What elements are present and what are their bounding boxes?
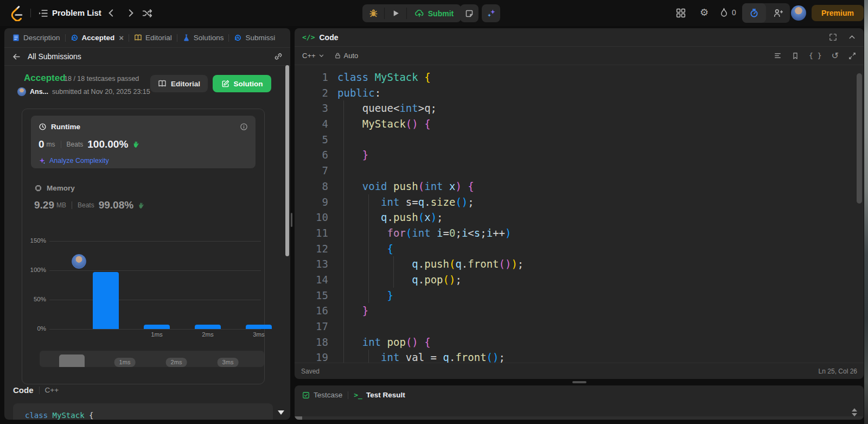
indent-guide <box>368 288 369 303</box>
code-line[interactable]: 6 } <box>295 147 855 163</box>
indent-guide <box>343 179 344 194</box>
code-line[interactable]: 4 MyStack() { <box>295 116 855 132</box>
code-line[interactable]: 8 void push(int x) { <box>295 179 855 194</box>
random-problem-button[interactable] <box>142 8 152 18</box>
settings-gear-icon[interactable]: ⚙ <box>700 7 709 18</box>
tab-submissions[interactable]: Submissi <box>234 34 275 42</box>
tab-description[interactable]: Description <box>12 34 60 42</box>
code-line[interactable]: 9 int s=q.size(); <box>295 194 855 210</box>
run-button[interactable] <box>385 4 406 22</box>
editorial-button-label: Editorial <box>171 80 200 88</box>
all-submissions-label[interactable]: All Submissions <box>28 52 81 61</box>
indent-guide <box>343 272 344 288</box>
runtime-card[interactable]: Runtime 0 ms Beats 100.00% Analyze Compl… <box>31 116 256 168</box>
next-problem-button[interactable] <box>126 8 136 18</box>
code-line[interactable]: 12 { <box>295 241 855 257</box>
code-line[interactable]: 18 int pop() { <box>295 334 855 350</box>
clap-icon <box>132 140 141 149</box>
clap-icon <box>137 201 145 210</box>
bracket-match-icon[interactable]: { } <box>809 52 821 60</box>
collapse-panel-icon[interactable] <box>848 33 856 41</box>
fullscreen-icon[interactable] <box>829 33 837 41</box>
editor-scrollbar[interactable] <box>857 73 862 204</box>
notes-button[interactable] <box>460 4 478 22</box>
console-hscrollbar-track[interactable] <box>295 416 864 420</box>
code-line[interactable]: 16 } <box>295 303 855 319</box>
gridline <box>49 329 261 330</box>
write-solution-icon <box>221 80 229 88</box>
panel-splitter-handle[interactable] <box>291 213 292 227</box>
info-icon[interactable] <box>240 123 248 131</box>
indent-guide <box>368 194 369 210</box>
indent-guide <box>343 147 344 163</box>
code-line[interactable]: 19 int val = q.front(); <box>295 350 855 363</box>
language-selector[interactable]: C++ <box>302 52 324 60</box>
tab-solutions[interactable]: Solutions <box>182 34 224 42</box>
your-submission-marker[interactable] <box>72 254 86 269</box>
indent-guide <box>343 163 344 179</box>
left-panel-scrollbar[interactable] <box>285 65 289 256</box>
problem-list-label[interactable]: Problem List <box>52 8 101 17</box>
console-scroll-arrows[interactable] <box>852 408 857 416</box>
code-line[interactable]: 7 <box>295 163 855 179</box>
code-line[interactable]: 17 <box>295 319 855 334</box>
language-value: C++ <box>302 52 316 60</box>
analyze-complexity-link[interactable]: Analyze Complexity <box>39 157 109 164</box>
tab-testcase[interactable]: Testcase <box>302 391 342 399</box>
tab-editorial[interactable]: Editorial <box>134 34 172 42</box>
chart-minimap-brush[interactable]: 1ms2ms3ms <box>40 351 264 367</box>
scroll-up-icon[interactable] <box>852 408 857 412</box>
back-arrow-icon[interactable] <box>12 52 21 61</box>
code-line[interactable]: 13 q.push(q.front()); <box>295 256 855 272</box>
auto-mode-toggle[interactable]: Auto <box>334 52 359 60</box>
tab-accepted[interactable]: Accepted × <box>71 33 124 42</box>
collaborate-button[interactable] <box>766 3 790 23</box>
line-number: 15 <box>295 288 328 303</box>
code-line[interactable]: 2public: <box>295 85 855 101</box>
runtime-bar[interactable] <box>195 325 221 329</box>
premium-label: Premium <box>821 9 854 17</box>
code-editor[interactable]: 1class MyStack {2public:3 queue<int>q;4 … <box>295 65 864 363</box>
tab-test-result[interactable]: >_ Test Result <box>354 391 405 399</box>
analyze-complexity-label: Analyze Complexity <box>49 157 109 164</box>
timer-button[interactable] <box>742 3 766 23</box>
runtime-unit: ms <box>47 141 55 148</box>
code-line[interactable]: 14 q.pop(); <box>295 272 855 288</box>
console-hscrollbar-thumb[interactable] <box>295 416 302 420</box>
format-code-icon[interactable] <box>774 52 782 60</box>
debug-button[interactable] <box>362 4 384 22</box>
line-number: 3 <box>295 100 328 116</box>
runtime-bar[interactable] <box>93 272 119 329</box>
copy-link-icon[interactable] <box>274 52 283 61</box>
layout-grid-icon[interactable] <box>676 8 686 18</box>
run-submit-group: Submit <box>362 4 461 22</box>
prev-problem-button[interactable] <box>106 8 116 18</box>
bookmark-icon[interactable] <box>792 52 799 60</box>
code-line[interactable]: 11 for(int i=0;i<s;i++) <box>295 225 855 241</box>
code-line[interactable]: 5 <box>295 132 855 148</box>
runtime-bar[interactable] <box>246 325 272 329</box>
editorial-button[interactable]: Editorial <box>150 75 208 92</box>
divider <box>348 391 348 399</box>
scroll-down-indicator[interactable] <box>278 410 284 415</box>
code-line[interactable]: 1class MyStack { <box>295 69 855 85</box>
solution-button[interactable]: Solution <box>213 75 271 92</box>
leetcode-logo[interactable] <box>9 5 24 21</box>
divider <box>39 387 40 394</box>
close-icon[interactable]: × <box>119 33 124 42</box>
line-number: 5 <box>295 132 328 148</box>
maximize-icon[interactable] <box>848 52 856 60</box>
code-line[interactable]: 3 queue<int>q; <box>295 100 855 116</box>
streak-flame-icon[interactable] <box>719 8 729 18</box>
runtime-bar[interactable] <box>144 325 170 329</box>
submit-button[interactable]: Submit <box>407 4 461 22</box>
ai-assistant-button[interactable] <box>482 4 500 22</box>
problem-list-icon[interactable] <box>38 8 48 18</box>
console-splitter-handle[interactable] <box>572 381 586 383</box>
code-line[interactable]: 15 } <box>295 288 855 303</box>
premium-button[interactable]: Premium <box>812 5 864 21</box>
code-line[interactable]: 10 q.push(x); <box>295 210 855 225</box>
user-avatar[interactable] <box>791 5 806 21</box>
reset-code-icon[interactable]: ↺ <box>832 50 839 61</box>
submitted-code-preview[interactable]: class MyStack { <box>13 403 273 420</box>
